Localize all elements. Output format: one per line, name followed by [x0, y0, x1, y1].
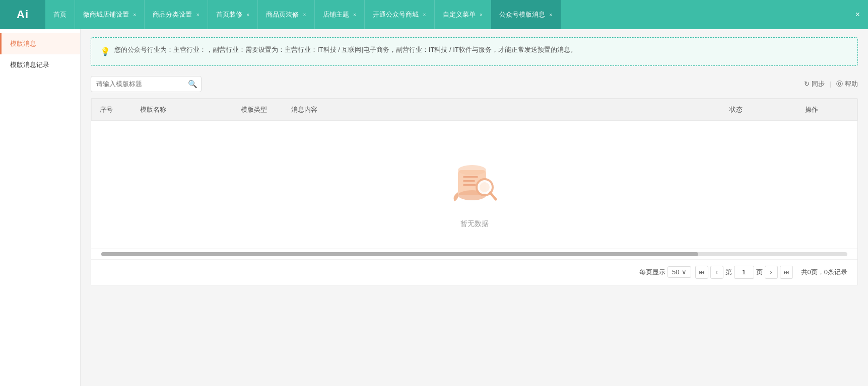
- nav-tab[interactable]: 自定义菜单×: [435, 0, 491, 29]
- search-input[interactable]: [91, 76, 202, 92]
- tab-close-button[interactable]: ×: [303, 12, 306, 18]
- divider: |: [830, 80, 831, 88]
- chevron-down-icon: ∨: [682, 268, 687, 276]
- logo: Ai: [0, 0, 45, 29]
- top-nav: Ai 首页微商城店铺设置×商品分类设置×首页装修×商品页装修×店铺主题×开通公众…: [0, 0, 868, 29]
- last-page-button[interactable]: ⏭: [780, 266, 793, 279]
- nav-tab[interactable]: 开通公众号商城×: [365, 0, 434, 29]
- table-header: 序号模版名称模版类型消息内容状态操作: [92, 99, 857, 120]
- notice-icon: 💡: [100, 45, 110, 58]
- next-page-button[interactable]: ›: [765, 266, 778, 279]
- notice-banner: 💡 您的公众号行业为：主营行业：，副营行业：需要设置为：主营行业：IT科技 / …: [91, 37, 858, 66]
- svg-rect-4: [463, 180, 475, 182]
- svg-point-7: [480, 182, 490, 192]
- nav-tab[interactable]: 店铺主题×: [315, 0, 365, 29]
- table-header-cell-content: 消息内容: [283, 99, 721, 120]
- table-header-cell-action: 操作: [797, 99, 857, 120]
- empty-illustration: [444, 151, 505, 211]
- tab-close-button[interactable]: ×: [480, 12, 483, 18]
- notice-text: 您的公众号行业为：主营行业：，副营行业：需要设置为：主营行业：IT科技 / 互联…: [114, 45, 577, 55]
- toolbar-right: ↻ 同步 | ⓪ 帮助: [804, 80, 858, 89]
- page-number-input[interactable]: [734, 266, 754, 279]
- page-nav: ⏮ ‹ 第 页 › ⏭: [695, 266, 793, 279]
- page-size-select: 每页显示 50 ∨: [639, 266, 691, 278]
- search-input-wrap: 🔍: [91, 76, 202, 92]
- sidebar-item[interactable]: 模版消息: [0, 33, 80, 54]
- sync-button[interactable]: ↻ 同步: [804, 80, 825, 89]
- table-header-cell-type: 模版类型: [233, 99, 283, 120]
- svg-rect-5: [463, 184, 476, 186]
- svg-rect-3: [463, 176, 478, 178]
- nav-tab[interactable]: 商品页装修×: [258, 0, 314, 29]
- search-bar: 🔍 ↻ 同步 | ⓪ 帮助: [91, 76, 858, 92]
- first-page-button[interactable]: ⏮: [695, 266, 708, 279]
- page-total: 共0页，0条记录: [801, 268, 847, 277]
- nav-tab[interactable]: 商品分类设置×: [145, 0, 208, 29]
- empty-text: 暂无数据: [460, 219, 489, 228]
- nav-tab[interactable]: 公众号模版消息×: [491, 0, 561, 29]
- svg-line-8: [490, 193, 496, 199]
- tab-close-button[interactable]: ×: [353, 12, 356, 18]
- tab-close-button[interactable]: ×: [246, 12, 249, 18]
- tab-close-button[interactable]: ×: [423, 12, 426, 18]
- nav-tab[interactable]: 微商城店铺设置×: [75, 0, 145, 29]
- content-area: 💡 您的公众号行业为：主营行业：，副营行业：需要设置为：主营行业：IT科技 / …: [81, 29, 868, 386]
- nav-tab[interactable]: 首页: [45, 0, 75, 29]
- tab-close-button[interactable]: ×: [196, 12, 199, 18]
- sync-icon: ↻: [804, 80, 810, 88]
- sidebar: 模版消息模版消息记录: [0, 29, 81, 386]
- scroll-track[interactable]: [101, 252, 847, 256]
- empty-state: 暂无数据: [91, 121, 857, 249]
- data-table-wrapper: 序号模版名称模版类型消息内容状态操作: [91, 98, 858, 285]
- tab-close-button[interactable]: ×: [549, 12, 552, 18]
- table-header-cell-status: 状态: [721, 99, 797, 120]
- tab-close-button[interactable]: ×: [133, 12, 136, 18]
- table-header-cell-name: 模版名称: [132, 99, 233, 120]
- search-button[interactable]: 🔍: [188, 80, 197, 89]
- data-table: 序号模版名称模版类型消息内容状态操作: [91, 99, 857, 121]
- help-button[interactable]: ⓪ 帮助: [836, 80, 858, 89]
- page-size-dropdown[interactable]: 50 ∨: [667, 266, 691, 278]
- scroll-bar-container: [91, 249, 857, 259]
- help-icon: ⓪: [836, 80, 843, 89]
- nav-tabs: 首页微商城店铺设置×商品分类设置×首页装修×商品页装修×店铺主题×开通公众号商城…: [45, 0, 847, 29]
- table-header-cell-index: 序号: [92, 99, 132, 120]
- main-layout: 模版消息模版消息记录 💡 您的公众号行业为：主营行业：，副营行业：需要设置为：主…: [0, 29, 868, 386]
- pagination: 每页显示 50 ∨ ⏮ ‹ 第 页 › ⏭ 共0页，0条记录: [91, 259, 857, 285]
- nav-tab[interactable]: 首页装修×: [208, 0, 258, 29]
- sidebar-item[interactable]: 模版消息记录: [0, 54, 80, 75]
- scroll-thumb[interactable]: [101, 252, 698, 256]
- close-all-button[interactable]: ×: [847, 0, 868, 29]
- prev-page-button[interactable]: ‹: [710, 266, 723, 279]
- table-header-row: 序号模版名称模版类型消息内容状态操作: [92, 99, 857, 120]
